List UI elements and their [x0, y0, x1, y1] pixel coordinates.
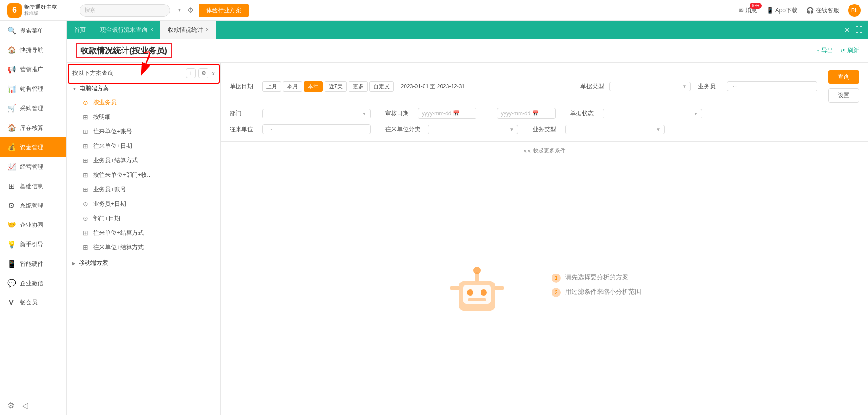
shortcut-this-month[interactable]: 本月 [283, 81, 302, 92]
tab-receipt-stat[interactable]: 收款情况统计 × [160, 21, 216, 39]
scheme-item-dept-date[interactable]: ⊙ 部门+日期 [67, 211, 220, 226]
calendar-icon-1: 📅 [453, 110, 460, 117]
shortcut-this-year[interactable]: 本年 [304, 81, 323, 92]
sidebar-item-marketing[interactable]: 📢 营销推广 [0, 60, 66, 79]
sidebar-item-label: 系统管理 [20, 202, 43, 210]
doc-status-select[interactable]: ▼ [603, 109, 702, 118]
tab-bank-flow[interactable]: 现金银行流水查询 × [93, 21, 160, 39]
sidebar-item-purchase[interactable]: 🛒 采购管理 [0, 99, 66, 118]
gear-icon[interactable]: ⚙ [187, 6, 193, 14]
export-icon: ↑ [817, 47, 820, 54]
refresh-label: 刷新 [847, 47, 859, 55]
desktop-group-header[interactable]: ▼ 电脑端方案 [67, 82, 220, 95]
scheme-item-by-detail[interactable]: ⊞ 按明细 [67, 110, 220, 124]
scheme-item-partner-date[interactable]: ⊞ 往来单位+日期 [67, 139, 220, 153]
sidebar-item-wechat[interactable]: 💬 企业微信 [0, 274, 66, 293]
review-date-end[interactable]: yyyy-mm-dd 📅 [497, 108, 556, 119]
sidebar-item-label: 智能硬件 [20, 260, 43, 268]
scheme-item-salesman-account[interactable]: ⊞ 业务员+账号 [67, 182, 220, 197]
tab-close-all-icon[interactable]: ✕ [844, 26, 850, 34]
marketing-icon: 📢 [7, 65, 15, 74]
partner-category-select[interactable]: ▼ [428, 125, 518, 134]
sidebar-item-basic[interactable]: ⊞ 基础信息 [0, 176, 66, 196]
calendar-icon-2: 📅 [532, 110, 539, 117]
trial-button[interactable]: 体验行业方案 [199, 4, 249, 17]
salesman-date-label: 业务员+日期 [93, 200, 126, 208]
sidebar-item-guide[interactable]: 💡 新手引导 [0, 235, 66, 254]
user-avatar[interactable]: Rit [848, 4, 861, 17]
sidebar-item-search-menu[interactable]: 🔍 搜索菜单 [0, 21, 66, 40]
header-dropdown-arrow[interactable]: ▼ [177, 8, 182, 13]
scheme-item-partner-settle2[interactable]: ⊞ 往来单位+结算方式 [67, 240, 220, 255]
tab-home[interactable]: 首页 [67, 21, 93, 39]
scheme-item-partner-dept[interactable]: ⊞ 按往来单位+部门+收... [67, 168, 220, 182]
tab-expand-icon[interactable]: ⛶ [855, 26, 863, 34]
shortcut-custom[interactable]: 自定义 [369, 81, 394, 92]
sidebar-item-operations[interactable]: 📈 经营管理 [0, 157, 66, 176]
basic-icon: ⊞ [7, 182, 15, 190]
scheme-item-partner-settle1[interactable]: ⊞ 往来单位+结算方式 [67, 226, 220, 240]
scheme-item-partner-account[interactable]: ⊞ 往来单位+账号 [67, 124, 220, 139]
shortcut-7days[interactable]: 近7天 [325, 81, 347, 92]
search-placeholder: 搜索 [85, 6, 95, 14]
sidebar-item-label: 搜索菜单 [20, 27, 43, 35]
add-scheme-button[interactable]: + [186, 68, 196, 78]
page-title: 收款情况统计(按业务员) [76, 43, 172, 58]
partner-settle2-label: 往来单位+结算方式 [93, 243, 144, 251]
doc-type-select[interactable]: ▼ [609, 82, 691, 91]
sidebar-item-label: 快捷导航 [20, 46, 43, 54]
sidebar-item-system[interactable]: ⚙ 系统管理 [0, 196, 66, 215]
review-date-start[interactable]: yyyy-mm-dd 📅 [418, 108, 476, 119]
refresh-button[interactable]: ↺ 刷新 [840, 47, 859, 55]
doc-status-arrow-icon: ▼ [693, 111, 698, 116]
shortcut-last-month[interactable]: 上月 [262, 81, 281, 92]
sidebar-item-quick-nav[interactable]: 🏠 快捷导航 [0, 40, 66, 60]
scheme-settings-icon[interactable]: ⚙ [198, 68, 208, 78]
partner-dept-icon: ⊞ [81, 171, 90, 179]
by-salesman-label: 按业务员 [93, 99, 117, 107]
partner-settle2-icon: ⊞ [81, 244, 90, 251]
messages-item[interactable]: ✉ 消息 99+ [739, 6, 757, 14]
scheme-item-salesman-settle[interactable]: ⊞ 业务员+结算方式 [67, 153, 220, 168]
online-service-item[interactable]: 🎧 在线客服 [807, 6, 839, 14]
search-bar[interactable]: 搜索 [80, 4, 170, 17]
smart-hw-icon: 📱 [7, 259, 15, 268]
biz-type-select[interactable]: ▼ [565, 125, 665, 134]
sidebar-item-warehouse[interactable]: 🏠 库存核算 [0, 118, 66, 137]
tip-text-1: 请先选择要分析的方案 [565, 274, 628, 282]
settings-bottom-icon[interactable]: ⚙ [7, 401, 14, 410]
dept-date-label: 部门+日期 [93, 214, 120, 222]
logo-badge: 标准版 [24, 10, 57, 17]
sidebar-item-smart-hw[interactable]: 📱 智能硬件 [0, 254, 66, 274]
salesman-settle-label: 业务员+结算方式 [93, 156, 138, 165]
sidebar-item-sales[interactable]: 📊 销售管理 [0, 79, 66, 99]
collapse-bottom-icon[interactable]: ◁ [22, 401, 28, 410]
tab-receipt-stat-close[interactable]: × [206, 27, 209, 33]
partner-date-icon: ⊞ [81, 142, 90, 150]
shortcut-more[interactable]: 更多 [349, 81, 368, 92]
panel-collapse-icon[interactable]: « [211, 70, 215, 77]
dept-select[interactable]: ▼ [262, 109, 371, 118]
svg-point-3 [481, 289, 487, 296]
mobile-group-header[interactable]: ▶ 移动端方案 [67, 256, 220, 270]
wechat-icon: 💬 [7, 279, 15, 288]
sidebar-item-label: 经营管理 [20, 163, 43, 171]
partner-select[interactable]: ··· [262, 124, 371, 134]
empty-tips: 1 请先选择要分析的方案 2 用过滤条件来缩小分析范围 [552, 274, 641, 302]
vip-icon: V [7, 299, 15, 306]
sidebar-item-label: 资金管理 [20, 143, 43, 151]
tab-bank-flow-close[interactable]: × [150, 27, 153, 33]
biz-type-label: 业务类型 [533, 125, 558, 133]
sidebar-item-vip[interactable]: V 畅会员 [0, 293, 66, 312]
salesman-select[interactable]: ··· [727, 81, 817, 91]
scheme-item-by-salesman[interactable]: ⊙ 按业务员 [67, 95, 220, 110]
sidebar-item-finance[interactable]: 💰 资金管理 [0, 137, 66, 157]
sidebar-item-enterprise[interactable]: 🤝 企业协同 [0, 215, 66, 235]
app-download-item[interactable]: 📱 App下载 [766, 6, 797, 14]
query-button[interactable]: 查询 [828, 70, 859, 84]
refresh-icon: ↺ [840, 47, 845, 54]
settings-button[interactable]: 设置 [828, 88, 859, 103]
scheme-item-salesman-date[interactable]: ⊙ 业务员+日期 [67, 197, 220, 211]
collapse-more-bar[interactable]: ∧∧ 收起更多条件 [221, 142, 868, 159]
export-button[interactable]: ↑ 导出 [817, 47, 834, 55]
